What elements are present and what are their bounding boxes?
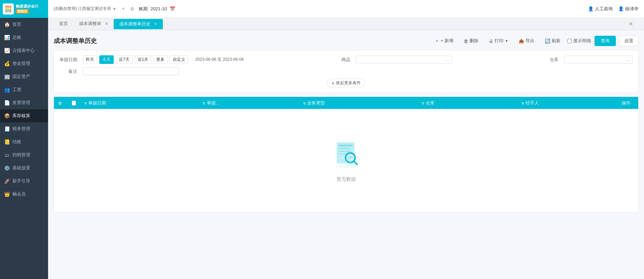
archive-icon: 🗂: [4, 152, 10, 158]
date-today-btn[interactable]: 今天: [99, 55, 114, 64]
tab-cost-adjustment-label: 成本调整单: [79, 21, 101, 27]
th-settings[interactable]: ⚙: [54, 98, 68, 109]
sidebar-item-membership-label: 畅会员: [12, 191, 26, 197]
new-btn[interactable]: ＋ + 新增: [431, 36, 457, 46]
sidebar-item-home[interactable]: 🏠 首页: [0, 18, 48, 31]
tab-cost-adjustment-history-label: 成本调整单历史: [119, 21, 150, 27]
tab-cost-adjustment-close[interactable]: ✕: [105, 21, 108, 26]
assets-icon: 🏢: [4, 74, 10, 79]
export-btn[interactable]: 📤 导出: [515, 36, 538, 46]
sidebar-item-invoices[interactable]: 📄 发票管理: [0, 96, 48, 109]
th-warehouse-label: 仓库: [426, 100, 434, 106]
th-doc-no[interactable]: ⇅ 单据...: [199, 97, 299, 109]
th-biz-type[interactable]: ⇅ 业务类型: [299, 97, 417, 109]
tab-cost-adjustment-history[interactable]: 成本调整单历史 ✕: [114, 19, 163, 29]
delete-label: 删除: [470, 38, 478, 44]
company-selector[interactable]: (勿删勿禁用) 江西服宝测试专用 ▼: [54, 6, 116, 12]
notes-filter-wrap[interactable]: [83, 67, 179, 75]
table-header: ⚙ ⇅ 单据日期 ⇅ 单据... ⇅ 业务类型: [54, 97, 638, 109]
print-label: 打印: [495, 38, 504, 44]
top-bar-right: 👤 人工咨询 👤 徐泽华: [588, 6, 639, 12]
sidebar: 🧮 畅捷通好会计 旗舰版 🏠 首页 📊 总账 📈 云报表中心 💰 资金管理: [0, 0, 48, 279]
sidebar-item-closing-label: 结账: [12, 139, 21, 145]
tab-home-label: 首页: [59, 21, 68, 27]
reports-icon: 📈: [4, 48, 10, 53]
empty-illustration: [329, 139, 363, 171]
table-body: 暂无数据: [54, 109, 638, 212]
add-company-icon[interactable]: ＋: [121, 5, 126, 12]
new-label: + 新增: [441, 38, 453, 44]
help-icon: 👤: [588, 6, 594, 11]
date-custom-btn[interactable]: 自定义: [170, 55, 188, 64]
select-all-checkbox[interactable]: [72, 101, 76, 105]
collapse-label: 收起更多条件: [336, 80, 361, 86]
settings-company-icon[interactable]: ⚙: [130, 6, 135, 12]
page-tabs: 首页 成本调整单 ✕ 成本调整单历史 ✕ ✕: [48, 18, 644, 30]
tab-home[interactable]: 首页: [54, 19, 74, 30]
goods-more-btn[interactable]: ...: [445, 57, 449, 62]
notes-filter-input[interactable]: [86, 69, 176, 74]
main-content: (勿删勿禁用) 江西服宝测试专用 ▼ ＋ ⚙ 账期 2021-10 📅 👤 人工…: [48, 0, 644, 279]
th-operations-label: 操作: [622, 100, 631, 106]
table-container: ⚙ ⇅ 单据日期 ⇅ 单据... ⇅ 业务类型: [54, 97, 639, 212]
sidebar-item-funds-label: 资金管理: [12, 60, 30, 67]
th-date[interactable]: ⇅ 单据日期: [80, 97, 199, 109]
page-body: 成本调整单历史 ＋ + 新增 🗑 删除 🖨 打印 ▼: [48, 30, 644, 279]
help-btn[interactable]: 👤 人工咨询: [588, 6, 613, 12]
th-handler[interactable]: ⇅ 经手人: [517, 97, 618, 109]
sidebar-item-inventory[interactable]: 📦 库存核算: [0, 109, 48, 122]
warehouse-filter-wrap[interactable]: ...: [564, 56, 633, 64]
print-btn[interactable]: 🖨 打印 ▼: [485, 36, 512, 46]
header-actions: ＋ + 新增 🗑 删除 🖨 打印 ▼ 📤 导出: [431, 36, 639, 46]
tab-cost-adjustment-history-close[interactable]: ✕: [154, 22, 157, 26]
svg-rect-2: [338, 145, 353, 146]
warehouse-more-btn[interactable]: ...: [626, 57, 630, 62]
funds-icon: 💰: [4, 61, 10, 66]
sidebar-item-closing[interactable]: 📒 结账: [0, 135, 48, 148]
sidebar-item-guide[interactable]: 🚀 新手引导: [0, 175, 48, 188]
th-warehouse[interactable]: ⇅ 仓库: [417, 97, 518, 109]
sidebar-item-assets[interactable]: 🏢 固定资产: [0, 70, 48, 83]
date-yesterday-btn[interactable]: 昨天: [83, 55, 97, 64]
date-7days-btn[interactable]: 近7天: [116, 55, 133, 64]
th-sort-docno-icon: ⇅: [203, 101, 205, 105]
warehouse-filter-input[interactable]: [567, 57, 625, 62]
export-label: 导出: [526, 38, 534, 44]
svg-line-8: [354, 161, 357, 165]
query-btn[interactable]: 查询: [595, 36, 616, 46]
goods-filter-wrap[interactable]: ...: [356, 56, 452, 64]
sidebar-item-membership[interactable]: 👑 畅会员: [0, 188, 48, 201]
th-operations: 操作: [618, 97, 638, 109]
calendar-icon[interactable]: 📅: [170, 6, 175, 11]
settings-btn[interactable]: 设置: [619, 36, 639, 46]
th-checkbox[interactable]: [68, 98, 80, 108]
goods-filter-input[interactable]: [359, 57, 444, 62]
svg-rect-4: [338, 150, 351, 152]
delete-btn[interactable]: 🗑 删除: [460, 36, 482, 46]
refresh-label: 刷新: [552, 38, 561, 44]
company-name: (勿删勿禁用) 江西服宝测试专用: [54, 6, 111, 12]
sidebar-item-funds[interactable]: 💰 资金管理: [0, 57, 48, 70]
display-cols-checkbox[interactable]: [567, 39, 572, 43]
table-settings-icon: ⚙: [58, 101, 62, 106]
sidebar-item-archive[interactable]: 🗂 归档管理: [0, 148, 48, 161]
sidebar-nav: 🏠 首页 📊 总账 📈 云报表中心 💰 资金管理 🏢 固定资产 👥 工资: [0, 18, 48, 279]
sidebar-item-settings[interactable]: ⚙️ 基础设置: [0, 161, 48, 175]
collapse-btn[interactable]: ∧ 收起更多条件: [327, 79, 365, 87]
user-menu[interactable]: 👤 徐泽华: [618, 6, 639, 12]
print-icon: 🖨: [489, 38, 493, 44]
tab-cost-adjustment[interactable]: 成本调整单 ✕: [74, 19, 114, 30]
sidebar-item-ledger[interactable]: 📊 总账: [0, 31, 48, 44]
display-cols-checkbox-wrap[interactable]: 显示明细: [567, 38, 591, 44]
sidebar-item-settings-label: 基础设置: [12, 165, 30, 171]
svg-rect-3: [338, 148, 350, 149]
date-more-btn[interactable]: 更多: [153, 55, 168, 64]
sidebar-item-reports[interactable]: 📈 云报表中心: [0, 44, 48, 57]
main-close-btn[interactable]: ✕: [623, 21, 639, 27]
refresh-btn[interactable]: 🔄 刷新: [541, 36, 564, 46]
sidebar-item-tax[interactable]: 🧾 税务管理: [0, 122, 48, 135]
date-1month-btn[interactable]: 近1月: [135, 55, 151, 64]
sidebar-item-home-label: 首页: [12, 21, 21, 27]
goods-filter-label: 商品: [332, 57, 350, 63]
sidebar-item-payroll[interactable]: 👥 工资: [0, 83, 48, 96]
